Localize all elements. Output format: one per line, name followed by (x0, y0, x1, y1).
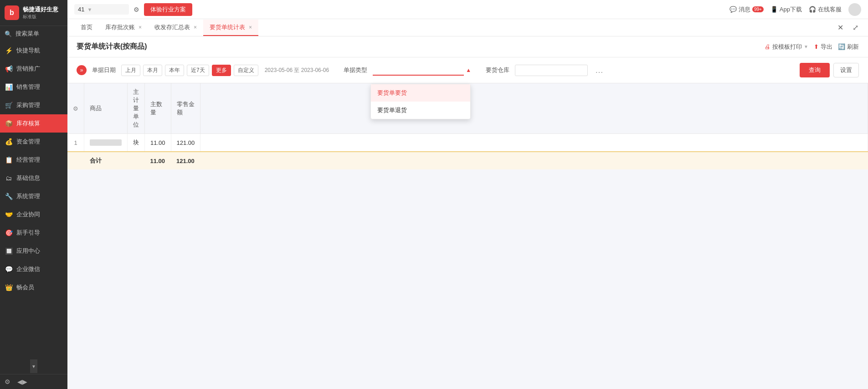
column-gear-icon[interactable]: ⚙ (73, 105, 78, 112)
tab-inventory-batch-label: 库存批次账 (105, 23, 135, 31)
store-dropdown-icon: ▼ (87, 7, 92, 12)
page-content: 要货单统计表(按商品) 🖨 按模板打印 ▼ ⬆ 导出 🔄 刷新 (67, 36, 868, 389)
messages-btn[interactable]: 💬 消息 99+ (729, 5, 764, 14)
tab-receive-summary[interactable]: 收发存汇总表 × (148, 20, 203, 36)
online-service-label: 在线客服 (818, 5, 842, 14)
sales-icon: 📊 (5, 83, 13, 91)
settings-icon[interactable]: ⚙ (5, 378, 10, 385)
sidebar-item-enterprise[interactable]: 🤝 企业协同 (0, 205, 67, 224)
page-header-actions: 🖨 按模板打印 ▼ ⬆ 导出 🔄 刷新 (765, 43, 859, 51)
sidebar-item-marketing[interactable]: 📢 营销推广 (0, 60, 67, 78)
sidebar-item-label: 资金管理 (16, 138, 40, 146)
online-service-btn[interactable]: 🎧 在线客服 (809, 5, 842, 14)
cell-amount: 121.00 (171, 134, 200, 152)
tab-close-all-icon[interactable]: ✕ (835, 22, 846, 33)
sidebar-item-member[interactable]: 👑 畅会员 (0, 278, 67, 297)
sidebar-scroll-down[interactable]: ▼ (30, 359, 37, 373)
message-icon: 💬 (729, 6, 737, 13)
sidebar-item-quick-nav[interactable]: ⚡ 快捷导航 (0, 41, 67, 60)
warehouse-input[interactable] (515, 65, 588, 76)
tab-receive-summary-close[interactable]: × (194, 24, 197, 31)
col-quantity: 主数量 (145, 83, 171, 134)
date-btn-custom[interactable]: 自定义 (234, 65, 258, 76)
dropdown-item-requisition-order[interactable]: 要货单要货 (371, 84, 470, 102)
member-icon: 👑 (5, 284, 13, 291)
sidebar-item-system[interactable]: 🔧 系统管理 (0, 187, 67, 205)
date-btn-prev[interactable]: 上月 (121, 65, 140, 76)
export-icon: ⬆ (814, 43, 819, 50)
trial-btn[interactable]: 体验行业方案 (144, 3, 192, 16)
purchase-icon: 🛒 (5, 102, 13, 109)
sidebar-item-wechat[interactable]: 💬 企业微信 (0, 260, 67, 278)
footer-extra (200, 152, 868, 169)
export-label: 导出 (821, 43, 832, 51)
topbar: 41 ▼ ⚙ 体验行业方案 💬 消息 99+ 📱 App下载 🎧 在线客服 (67, 0, 868, 19)
headset-icon: 🎧 (809, 6, 816, 13)
tab-home[interactable]: 首页 (74, 20, 99, 36)
sidebar-item-label: 销售管理 (16, 83, 40, 91)
sidebar-search[interactable]: 🔍 搜索菜单 (0, 26, 67, 41)
sidebar-item-label: 系统管理 (16, 192, 40, 200)
warehouse-label: 要货仓库 (486, 66, 509, 74)
more-filters-btn[interactable]: … (595, 66, 603, 75)
app-download-label: App下载 (780, 5, 802, 14)
refresh-btn[interactable]: 🔄 刷新 (838, 43, 859, 51)
date-btn-week[interactable]: 近7天 (187, 65, 209, 76)
sidebar-item-inventory[interactable]: 📦 库存核算 (0, 114, 67, 133)
sidebar-item-operations[interactable]: 📋 经营管理 (0, 151, 67, 169)
app-download-btn[interactable]: 📱 App下载 (770, 5, 802, 14)
settings-btn[interactable]: 设置 (833, 63, 859, 77)
dropdown-item-label: 要货单退货 (377, 107, 407, 113)
date-btn-curr[interactable]: 本月 (143, 65, 162, 76)
sidebar-item-sales[interactable]: 📊 销售管理 (0, 78, 67, 96)
date-btn-more[interactable]: 更多 (212, 65, 231, 76)
sidebar-logo: b 畅捷通好生意 标准版 (0, 0, 67, 26)
refresh-icon: 🔄 (838, 43, 845, 50)
sidebar-item-label: 新手引导 (16, 229, 40, 237)
export-btn[interactable]: ⬆ 导出 (814, 43, 832, 51)
table-row: 1 块 11.00 121.00 (67, 134, 868, 152)
app-icon: 📱 (770, 6, 778, 13)
type-select-input[interactable] (373, 65, 464, 76)
cell-product (84, 134, 128, 152)
topbar-gear-icon[interactable]: ⚙ (134, 6, 139, 13)
page-title: 要货单统计表(按商品) (77, 42, 147, 51)
type-select-close-icon[interactable]: ▲ (466, 67, 471, 73)
tab-expand-icon[interactable]: ⤢ (850, 22, 861, 33)
tab-inventory-batch-close[interactable]: × (139, 24, 142, 31)
cell-quantity: 11.00 (145, 134, 171, 152)
sidebar-item-finance[interactable]: 💰 资金管理 (0, 133, 67, 151)
tabs-bar: 首页 库存批次账 × 收发存汇总表 × 要货单统计表 × ✕ ⤢ (67, 19, 868, 36)
sidebar-item-label: 库存核算 (16, 119, 40, 128)
collapse-icon[interactable]: ◀▶ (17, 378, 27, 385)
filter-expand-btn[interactable]: » (77, 65, 87, 75)
tab-requisition-stats[interactable]: 要货单统计表 × (203, 20, 258, 36)
user-avatar[interactable] (848, 3, 861, 16)
date-label: 单据日期 (92, 66, 116, 74)
sidebar-item-basic-info[interactable]: 🗂 基础信息 (0, 169, 67, 187)
print-btn[interactable]: 🖨 按模板打印 ▼ (765, 43, 808, 51)
topbar-right: 💬 消息 99+ 📱 App下载 🎧 在线客服 (729, 3, 861, 16)
sidebar-item-app-center[interactable]: 🔲 应用中心 (0, 242, 67, 260)
col-amount: 零售金额 (171, 83, 200, 134)
store-selector[interactable]: 41 ▼ (74, 4, 129, 15)
page-header: 要货单统计表(按商品) 🖨 按模板打印 ▼ ⬆ 导出 🔄 刷新 (67, 36, 868, 57)
tab-inventory-batch[interactable]: 库存批次账 × (99, 20, 148, 36)
footer-unit-empty (128, 152, 145, 169)
tab-requisition-stats-close[interactable]: × (249, 24, 252, 31)
enterprise-icon: 🤝 (5, 211, 13, 218)
main-area: 41 ▼ ⚙ 体验行业方案 💬 消息 99+ 📱 App下载 🎧 在线客服 (67, 0, 868, 389)
sidebar-item-guide[interactable]: 🎯 新手引导 (0, 224, 67, 242)
date-btn-year[interactable]: 本年 (165, 65, 184, 76)
cell-index: 1 (67, 134, 84, 152)
operations-icon: 📋 (5, 156, 13, 164)
dropdown-item-requisition-return[interactable]: 要货单退货 (371, 102, 470, 119)
sidebar-item-label: 经营管理 (16, 156, 40, 164)
sidebar-bottom: ⚙ ◀▶ (0, 374, 67, 389)
sidebar-item-label: 快捷导航 (16, 46, 40, 55)
sidebar-item-label: 畅会员 (16, 283, 34, 292)
footer-amount: 121.00 (171, 152, 200, 169)
sidebar-item-purchase[interactable]: 🛒 采购管理 (0, 96, 67, 114)
query-btn[interactable]: 查询 (800, 63, 830, 77)
inventory-icon: 📦 (5, 120, 13, 127)
